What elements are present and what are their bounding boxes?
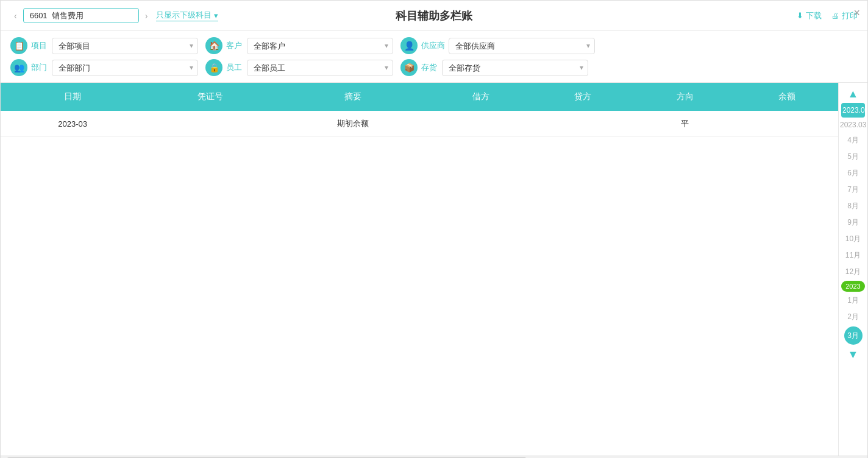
project-select[interactable]: 全部项目	[52, 38, 198, 54]
top-actions: ⬇ 下载 🖨 打印	[797, 10, 858, 21]
sidebar-month-6[interactable]: 6月	[839, 165, 867, 181]
filter-item-customer: 🏠 客户 全部客户	[205, 37, 393, 54]
employee-select-wrapper: 全部员工	[247, 60, 393, 76]
nav-next-btn[interactable]: ›	[141, 10, 152, 22]
col-debit: 借方	[430, 83, 532, 111]
filter-item-project: 📋 项目 全部项目	[10, 37, 198, 54]
show-sub-chevron: ▾	[214, 11, 218, 20]
top-bar: ‹ › 只显示下级科目 ▾ 科目辅助多栏账 ⬇ 下载 🖨 打印 ×	[1, 1, 867, 31]
main-window: ‹ › 只显示下级科目 ▾ 科目辅助多栏账 ⬇ 下载 🖨 打印 × 📋 项目	[0, 0, 868, 458]
sidebar-month-2023-03-top[interactable]: 2023.03	[841, 103, 865, 118]
main-area: 日期 凭证号 摘要 借方 贷方 方向 余额 2023-03期初余额平 ▲ 202…	[1, 83, 867, 456]
customer-select[interactable]: 全部客户	[247, 38, 393, 54]
filter-row-1: 📋 项目 全部项目 🏠 客户 全部客户 👤 供应商	[10, 37, 858, 54]
show-sub-label: 只显示下级科目	[156, 10, 212, 21]
supplier-select-wrapper: 全部供应商	[449, 38, 595, 54]
filter-item-dept: 👥 部门 全部部门	[10, 59, 198, 76]
sidebar-up-arrow[interactable]: ▲	[845, 85, 861, 103]
inventory-label: 存货	[421, 62, 438, 73]
dept-label: 部门	[31, 62, 48, 73]
inventory-select-wrapper: 全部存货	[442, 60, 588, 76]
account-code-input[interactable]	[23, 8, 139, 23]
filter-area: 📋 项目 全部项目 🏠 客户 全部客户 👤 供应商	[1, 31, 867, 83]
customer-icon: 🏠	[205, 37, 222, 54]
sidebar-month-2[interactable]: 2月	[839, 309, 867, 325]
filter-row-2: 👥 部门 全部部门 🔒 员工 全部员工 📦 存货	[10, 59, 858, 76]
filter-item-supplier: 👤 供应商 全部供应商	[400, 37, 595, 54]
supplier-label: 供应商	[421, 40, 445, 51]
employee-label: 员工	[226, 62, 243, 73]
download-icon: ⬇	[797, 11, 803, 20]
bottom-scrollbar[interactable]	[1, 456, 867, 458]
dept-icon: 👥	[10, 59, 27, 76]
sidebar-month-4[interactable]: 4月	[839, 132, 867, 149]
sidebar-month-11[interactable]: 11月	[839, 247, 867, 264]
page-title: 科目辅助多栏账	[396, 9, 472, 23]
active-month-badge: 3月	[844, 326, 863, 345]
sidebar-month-9[interactable]: 9月	[839, 214, 867, 231]
filter-item-employee: 🔒 员工 全部员工	[205, 59, 393, 76]
project-icon: 📋	[10, 37, 27, 54]
sidebar-month-5[interactable]: 5月	[839, 149, 867, 165]
sidebar-month-3-active[interactable]: 3月	[839, 325, 867, 346]
employee-icon: 🔒	[205, 59, 222, 76]
print-icon: 🖨	[831, 11, 839, 20]
inventory-icon: 📦	[400, 59, 418, 76]
col-credit: 贷方	[532, 83, 634, 111]
customer-label: 客户	[226, 40, 243, 51]
data-table: 日期 凭证号 摘要 借方 贷方 方向 余额 2023-03期初余额平	[1, 83, 838, 137]
col-voucher: 凭证号	[144, 83, 276, 111]
supplier-icon: 👤	[400, 37, 418, 54]
supplier-select[interactable]: 全部供应商	[449, 38, 595, 54]
right-sidebar: ▲ 2023.03 2023.03 4月 5月 6月 7月 8月	[838, 83, 867, 456]
sidebar-month-7[interactable]: 7月	[839, 181, 867, 198]
nav-prev-btn[interactable]: ‹	[10, 10, 21, 22]
employee-select[interactable]: 全部员工	[247, 60, 393, 76]
sidebar-month-10[interactable]: 10月	[839, 231, 867, 247]
sidebar-year-2023[interactable]: 2023	[841, 281, 865, 292]
sidebar-month-12[interactable]: 12月	[839, 264, 867, 280]
close-btn[interactable]: ×	[853, 7, 860, 19]
sidebar-month-2023-03-sub[interactable]: 2023.03	[839, 118, 867, 132]
customer-select-wrapper: 全部客户	[247, 38, 393, 54]
project-label: 项目	[31, 40, 48, 51]
inventory-select[interactable]: 全部存货	[442, 60, 588, 76]
col-balance: 余额	[736, 83, 838, 111]
show-sub-btn[interactable]: 只显示下级科目 ▾	[156, 10, 218, 21]
project-select-wrapper: 全部项目	[52, 38, 198, 54]
table-header-row: 日期 凭证号 摘要 借方 贷方 方向 余额	[1, 83, 838, 111]
dept-select[interactable]: 全部部门	[52, 60, 198, 76]
table-row: 2023-03期初余额平	[1, 111, 838, 137]
sidebar-month-8[interactable]: 8月	[839, 198, 867, 214]
col-date: 日期	[1, 83, 144, 111]
col-summary: 摘要	[277, 83, 430, 111]
col-direction: 方向	[634, 83, 736, 111]
filter-item-inventory: 📦 存货 全部存货	[400, 59, 588, 76]
sidebar-month-1[interactable]: 1月	[839, 292, 867, 309]
dept-select-wrapper: 全部部门	[52, 60, 198, 76]
table-wrapper[interactable]: 日期 凭证号 摘要 借方 贷方 方向 余额 2023-03期初余额平	[1, 83, 838, 456]
download-label: 下载	[806, 10, 822, 21]
download-btn[interactable]: ⬇ 下载	[797, 10, 822, 21]
sidebar-down-arrow[interactable]: ▼	[845, 346, 861, 364]
